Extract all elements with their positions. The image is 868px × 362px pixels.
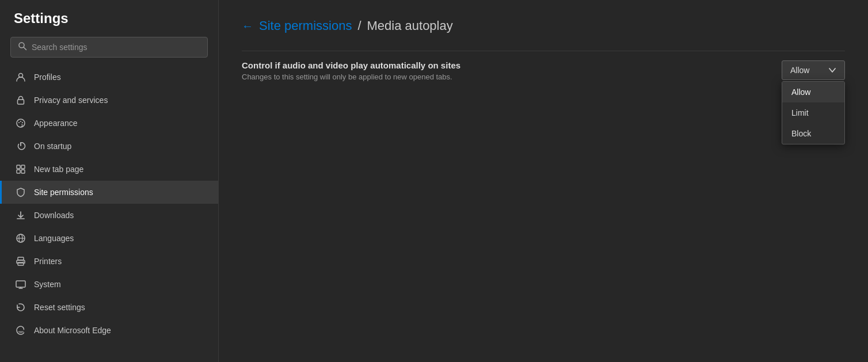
monitor-icon: [16, 279, 26, 289]
sidebar-item-label-appearance: Appearance: [34, 119, 78, 128]
dropdown-option-limit[interactable]: Limit: [782, 102, 844, 123]
breadcrumb-separator: /: [357, 18, 361, 33]
sidebar-item-sitepermissions[interactable]: Site permissions: [0, 181, 218, 204]
autoplay-dropdown-menu: AllowLimitBlock: [782, 81, 845, 144]
sidebar-item-label-onstartup: On startup: [34, 142, 71, 151]
person-icon: [16, 72, 26, 82]
back-button[interactable]: ←: [242, 20, 253, 32]
breadcrumb-current: Media autoplay: [367, 18, 453, 33]
shield-icon: [16, 187, 26, 197]
breadcrumb-link[interactable]: Site permissions: [259, 18, 352, 33]
svg-rect-19: [16, 281, 25, 287]
chevron-down-icon: [828, 66, 836, 74]
sidebar-item-system[interactable]: System: [0, 273, 218, 296]
setting-info: Control if audio and video play automati…: [242, 60, 460, 81]
download-icon: [16, 210, 26, 220]
setting-title: Control if audio and video play automati…: [242, 60, 460, 70]
sidebar-item-about[interactable]: About Microsoft Edge: [0, 319, 218, 342]
breadcrumb: ← Site permissions / Media autoplay: [242, 18, 845, 33]
sidebar-item-label-privacy: Privacy and services: [34, 96, 108, 105]
sidebar-item-onstartup[interactable]: On startup: [0, 135, 218, 158]
sidebar-item-newtab[interactable]: New tab page: [0, 158, 218, 181]
sidebar-item-languages[interactable]: Languages: [0, 227, 218, 250]
sidebar-item-profiles[interactable]: Profiles: [0, 66, 218, 89]
svg-rect-3: [18, 100, 24, 104]
sidebar-item-label-resetsettings: Reset settings: [34, 303, 85, 312]
search-box[interactable]: [10, 37, 208, 58]
svg-rect-16: [18, 257, 24, 260]
main-content: ← Site permissions / Media autoplay Cont…: [219, 0, 868, 362]
sidebar-item-label-sitepermissions: Site permissions: [34, 188, 93, 197]
sidebar-item-privacy[interactable]: Privacy and services: [0, 89, 218, 112]
reset-icon: [16, 302, 26, 313]
nav-menu: Profiles Privacy and services Appearance…: [0, 66, 218, 342]
grid-icon: [16, 164, 26, 174]
svg-rect-9: [21, 165, 25, 169]
sidebar-item-label-languages: Languages: [34, 234, 74, 243]
svg-point-18: [23, 261, 24, 262]
setting-row: Control if audio and video play automati…: [242, 51, 845, 90]
palette-icon: [16, 118, 26, 128]
printer-icon: [16, 256, 26, 266]
svg-rect-11: [21, 170, 25, 173]
svg-line-1: [24, 47, 26, 50]
sidebar-item-label-newtab: New tab page: [34, 165, 83, 174]
sidebar-item-resetsettings[interactable]: Reset settings: [0, 296, 218, 319]
globe-icon: [16, 233, 26, 243]
svg-rect-8: [17, 165, 20, 169]
sidebar-item-label-about: About Microsoft Edge: [34, 326, 111, 335]
sidebar-item-printers[interactable]: Printers: [0, 250, 218, 273]
sidebar-item-downloads[interactable]: Downloads: [0, 204, 218, 227]
autoplay-dropdown-button[interactable]: Allow: [782, 60, 845, 80]
dropdown-option-block[interactable]: Block: [782, 123, 844, 144]
svg-point-6: [20, 121, 21, 122]
dropdown-option-allow[interactable]: Allow: [782, 82, 844, 102]
autoplay-dropdown-wrapper: Allow AllowLimitBlock: [782, 60, 845, 80]
search-icon: [18, 41, 27, 53]
sidebar-item-label-downloads: Downloads: [34, 211, 74, 220]
sidebar-item-label-printers: Printers: [34, 257, 62, 266]
power-icon: [16, 141, 26, 151]
setting-description: Changes to this setting will only be app…: [242, 73, 460, 81]
search-input[interactable]: [32, 43, 200, 52]
sidebar: Settings Profiles Privacy and services A…: [0, 0, 219, 362]
lock-icon: [16, 95, 26, 105]
settings-title: Settings: [0, 10, 218, 37]
sidebar-item-appearance[interactable]: Appearance: [0, 112, 218, 135]
svg-point-5: [18, 122, 20, 123]
edge-icon: [16, 325, 26, 336]
svg-rect-10: [17, 170, 20, 173]
sidebar-item-label-system: System: [34, 280, 61, 289]
svg-point-7: [22, 122, 23, 123]
sidebar-item-label-profiles: Profiles: [34, 73, 61, 82]
svg-point-4: [17, 119, 25, 127]
dropdown-selected-label: Allow: [790, 66, 809, 75]
